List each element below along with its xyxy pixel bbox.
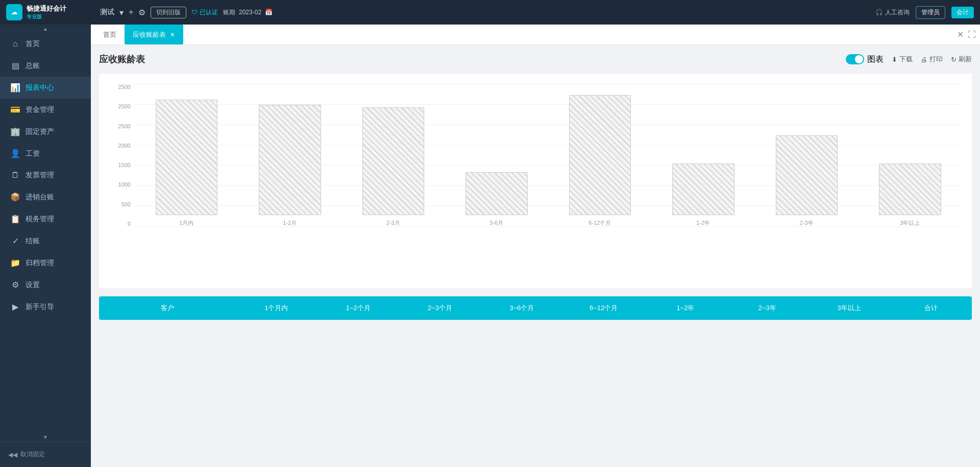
sidebar-bottom: ◀◀ 取消固定 xyxy=(0,441,91,467)
sidebar-item-reports[interactable]: 📊 报表中心 xyxy=(0,77,91,99)
inventory-icon: 📦 xyxy=(10,192,20,202)
bar-7 xyxy=(879,164,941,215)
cancel-fixed-btn[interactable]: ◀◀ 取消固定 xyxy=(0,446,91,463)
chart-container: 2500 2500 2500 2000 1500 1000 500 0 xyxy=(99,74,972,288)
sidebar-item-invoice[interactable]: 🗒 发票管理 xyxy=(0,165,91,186)
sidebar-item-close[interactable]: ✓ 结账 xyxy=(0,230,91,252)
y-label-1000: 1000 xyxy=(118,181,131,188)
print-icon: 🖨 xyxy=(921,56,927,63)
sidebar-label-ledger: 总账 xyxy=(26,61,40,71)
th-1-2month: 1~2个月 xyxy=(317,296,399,320)
sidebar-label-guide: 新手引导 xyxy=(26,302,54,312)
sidebar-label-invoice: 发票管理 xyxy=(26,171,54,180)
tab-bar: 首页 应收账龄表 ✕ ✕ ⛶ xyxy=(91,25,980,45)
tab-home[interactable]: 首页 xyxy=(95,25,125,44)
bar-group-3: 3-6月 xyxy=(445,94,549,227)
content-area: 首页 应收账龄表 ✕ ✕ ⛶ 应收账龄表 xyxy=(91,25,980,467)
salary-icon: 👤 xyxy=(10,149,20,158)
bar-x-label-7: 3年以上 xyxy=(859,219,962,227)
y-label-2500c: 2500 xyxy=(118,123,131,129)
data-table: 客户 1个月内 1~2个月 2~3个月 3~6个月 6~12个月 1~2年 2~… xyxy=(99,296,972,320)
account-btn[interactable]: 会计 xyxy=(951,7,974,18)
page-actions: 图表 ⬇ 下载 🖨 打印 ↻ 刷新 xyxy=(846,54,972,65)
sidebar-item-settings[interactable]: ⚙ 设置 xyxy=(0,274,91,296)
sidebar-item-funds[interactable]: 💳 资金管理 xyxy=(0,99,91,121)
bar-1 xyxy=(259,105,321,215)
home-icon: ⌂ xyxy=(10,39,20,49)
bar-x-label-6: 2-3年 xyxy=(755,219,859,227)
th-total: 合计 xyxy=(890,296,972,320)
y-label-2000: 2000 xyxy=(118,143,131,149)
sidebar-item-tax[interactable]: 📋 税务管理 xyxy=(0,208,91,230)
scroll-up-arrow[interactable]: ▲ xyxy=(0,25,91,33)
sidebar-item-ledger[interactable]: ▤ 总账 xyxy=(0,55,91,77)
sidebar-label-reports: 报表中心 xyxy=(26,83,54,92)
bar-x-label-2: 2-3月 xyxy=(341,219,445,227)
page-content: 应收账龄表 图表 ⬇ 下载 🖨 打印 xyxy=(91,45,980,467)
sidebar-item-guide[interactable]: ▶ 新手引导 xyxy=(0,296,91,318)
bar-6 xyxy=(776,135,838,215)
logo-area: ☁ 畅捷通好会计 专业版 xyxy=(6,4,88,20)
th-3-6month: 3~6个月 xyxy=(481,296,562,320)
download-icon: ⬇ xyxy=(892,56,897,63)
consult-btn[interactable]: 🎧 人工咨询 xyxy=(875,8,910,17)
bar-group-0: 1月内 xyxy=(135,94,238,227)
add-project-btn[interactable]: + xyxy=(129,8,133,17)
bar-chart: 2500 2500 2500 2000 1500 1000 500 0 xyxy=(109,84,962,247)
cert-badge: 🛡 已认证 xyxy=(191,8,218,17)
headset-icon: 🎧 xyxy=(875,9,883,16)
bar-group-1: 1-2月 xyxy=(238,94,342,227)
toggle-thumb xyxy=(855,55,863,63)
settings-topbar-btn[interactable]: ⚙ xyxy=(138,8,145,17)
bar-x-label-4: 6-12个月 xyxy=(548,219,652,227)
assets-icon: 🏢 xyxy=(10,127,20,136)
settings-icon: ⚙ xyxy=(10,280,20,290)
guide-icon: ▶ xyxy=(10,302,20,312)
sidebar: ▲ ⌂ 首页 ▤ 总账 📊 报表中心 💳 资金管理 🏢 固定资产 xyxy=(0,25,91,467)
download-btn[interactable]: ⬇ 下载 xyxy=(892,55,913,64)
sidebar-item-inventory[interactable]: 📦 进销台账 xyxy=(0,186,91,208)
calendar-icon[interactable]: 📅 xyxy=(265,9,273,16)
refresh-btn[interactable]: ↻ 刷新 xyxy=(951,55,972,64)
close-window-btn[interactable]: ✕ xyxy=(957,30,964,39)
sidebar-item-home[interactable]: ⌂ 首页 xyxy=(0,33,91,55)
bar-group-5: 1-2年 xyxy=(652,94,755,227)
logo-icon: ☁ xyxy=(6,4,22,20)
toggle-track[interactable] xyxy=(846,54,864,64)
sidebar-label-tax: 税务管理 xyxy=(26,215,54,224)
tab-aging[interactable]: 应收账龄表 ✕ xyxy=(125,25,183,44)
topbar-center: 测试 ▾ + ⚙ 切到旧版 🛡 已认证 账期 2023-02 📅 xyxy=(92,7,871,18)
th-3year-plus: 3年以上 xyxy=(808,296,890,320)
tab-close-btn[interactable]: ✕ xyxy=(170,31,175,38)
sidebar-item-archive[interactable]: 📁 归档管理 xyxy=(0,252,91,274)
sidebar-label-archive: 归档管理 xyxy=(26,259,54,268)
bar-group-7: 3年以上 xyxy=(859,94,962,227)
ledger-icon: ▤ xyxy=(10,61,20,71)
chart-toggle[interactable]: 图表 xyxy=(846,54,884,65)
bar-3 xyxy=(465,172,528,215)
funds-icon: 💳 xyxy=(10,105,20,114)
scroll-down-arrow[interactable]: ▼ xyxy=(0,433,91,441)
bar-x-label-3: 3-6月 xyxy=(445,219,549,227)
admin-btn[interactable]: 管理员 xyxy=(916,6,945,19)
sidebar-item-salary[interactable]: 👤 工资 xyxy=(0,143,91,165)
sidebar-label-settings: 设置 xyxy=(26,281,40,290)
page-header: 应收账龄表 图表 ⬇ 下载 🖨 打印 xyxy=(99,53,972,65)
th-1month: 1个月内 xyxy=(235,296,317,320)
y-label-500: 500 xyxy=(121,201,131,207)
y-axis: 2500 2500 2500 2000 1500 1000 500 0 xyxy=(109,84,135,227)
sidebar-item-assets[interactable]: 🏢 固定资产 xyxy=(0,121,91,143)
bar-4 xyxy=(569,95,631,215)
archive-icon: 📁 xyxy=(10,258,20,268)
print-btn[interactable]: 🖨 打印 xyxy=(921,55,943,64)
expand-btn[interactable]: ⛶ xyxy=(968,30,976,39)
sidebar-label-assets: 固定资产 xyxy=(26,127,54,136)
y-label-2500a: 2500 xyxy=(118,84,131,90)
switch-version-btn[interactable]: 切到旧版 xyxy=(151,7,186,18)
refresh-icon: ↻ xyxy=(951,56,957,63)
th-2-3month: 2~3个月 xyxy=(399,296,481,320)
bar-0 xyxy=(156,100,218,215)
app-subtitle: 专业版 xyxy=(27,13,66,20)
grid-line xyxy=(135,84,962,84)
project-dropdown-btn[interactable]: ▾ xyxy=(119,8,124,17)
